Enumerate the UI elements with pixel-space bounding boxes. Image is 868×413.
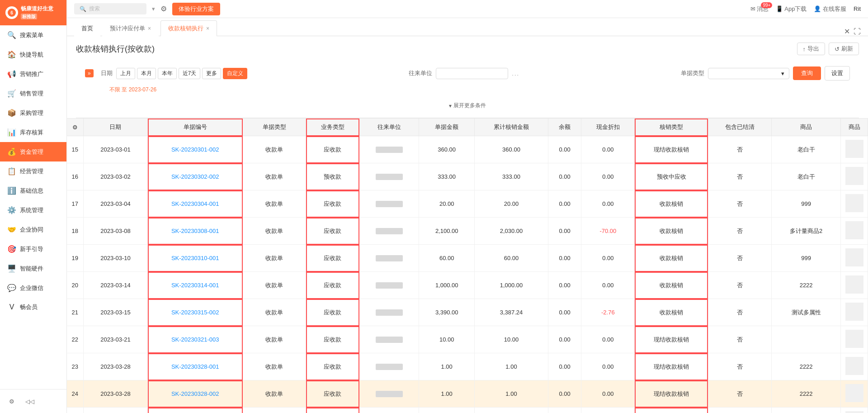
last-month-btn[interactable]: 上月: [116, 68, 135, 79]
row-product1: 999: [772, 190, 841, 218]
row-discount: 0.00: [581, 163, 635, 190]
doc-no-link[interactable]: SK-20230302-002: [171, 173, 219, 180]
filter-row-1: » 日期 上月 本月 本年 近7天 更多 自定义 往来单位 ...: [85, 66, 850, 81]
tab-write-off[interactable]: 收款核销执行 ×: [160, 20, 217, 36]
more-date-btn[interactable]: 更多: [202, 68, 221, 79]
custom-date-btn[interactable]: 自定义: [223, 68, 247, 79]
query-button[interactable]: 查询: [793, 66, 821, 80]
sidebar-item-nav[interactable]: 🏠 快捷导航: [0, 45, 66, 64]
doc-no-link[interactable]: SK-20230308-001: [171, 228, 219, 234]
topbar-search[interactable]: 🔍 搜索: [74, 3, 146, 14]
sidebar-item-search[interactable]: 🔍 搜索菜单: [0, 25, 66, 45]
blurred-unit: [376, 282, 403, 289]
sidebar-item-marketing[interactable]: 📢 营销推广: [0, 64, 66, 84]
row-product2: [841, 353, 868, 380]
tab-actions: ✕ ⛶: [844, 27, 861, 36]
table-row: 18 2023-03-08 SK-20230308-001 收款单 应收款 2,…: [67, 218, 868, 245]
sidebar-item-inventory[interactable]: 📊 库存核算: [0, 123, 66, 142]
sidebar-logo: 6 畅康道好生意 标推版: [0, 0, 66, 25]
row-writeoff-amount: 360.00: [475, 136, 548, 163]
settings-button[interactable]: ⚙: [5, 394, 19, 408]
row-writeoff-type: 现结收款核销: [635, 353, 708, 380]
refresh-button[interactable]: ↺ 刷新: [829, 43, 859, 55]
row-writeoff-amount: 1.00: [475, 380, 548, 408]
solution-button[interactable]: 体验行业方案: [172, 3, 220, 15]
expand-icon: ▾: [449, 103, 452, 109]
close-window-icon[interactable]: ✕: [844, 27, 850, 36]
tab-prepayment[interactable]: 预计冲应付单 ×: [102, 20, 159, 36]
row-product2: [841, 245, 868, 272]
row-doc-no: SK-20230315-002: [148, 299, 243, 326]
row-included: 否: [708, 218, 771, 245]
row-product1: 测试多属性: [772, 299, 841, 326]
doc-no-link[interactable]: SK-20230328-002: [171, 390, 219, 397]
row-discount: 0.00: [581, 136, 635, 163]
row-discount: 0.00: [581, 408, 635, 413]
this-month-btn[interactable]: 本月: [137, 68, 156, 79]
unit-input[interactable]: [436, 68, 508, 79]
collapse-arrow[interactable]: »: [85, 69, 94, 77]
main-table: ⚙ 日期 单据编号 单据类型 业务类型 往来单位 单据金额 累计核销金额 余额 …: [67, 119, 868, 413]
row-writeoff-amount: 20.00: [475, 190, 548, 218]
gear-icon[interactable]: ⚙: [160, 5, 167, 13]
sidebar-item-enterprise[interactable]: 🤝 企业协同: [0, 220, 66, 239]
row-doc-type: 收款单: [243, 380, 306, 408]
col-settings[interactable]: ⚙: [67, 119, 83, 136]
export-button[interactable]: ↑ 导出: [797, 43, 826, 55]
row-doc-type: 收款单: [243, 326, 306, 353]
row-writeoff-amount: 333.00: [475, 163, 548, 190]
row-writeoff-amount: 1.00: [475, 353, 548, 380]
sidebar-item-purchase[interactable]: 📦 采购管理: [0, 103, 66, 123]
doc-no-link[interactable]: SK-20230321-003: [171, 336, 219, 343]
topbar: 🔍 搜索 ▾ ⚙ 体验行业方案 ✉ 消息 99+ 📱 App下载 👤 在线客服 …: [67, 0, 868, 18]
expand-button[interactable]: ▾ 展开更多条件: [85, 102, 850, 109]
row-date: 2023-03-04: [83, 190, 148, 218]
doc-no-link[interactable]: SK-20230310-001: [171, 255, 219, 261]
sidebar-item-basic-info[interactable]: ℹ️ 基础信息: [0, 181, 66, 200]
th-included: 包含已结清: [708, 119, 771, 136]
sidebar-item-label: 采购管理: [20, 109, 43, 117]
sidebar-item-sales[interactable]: 🛒 销售管理: [0, 84, 66, 103]
this-year-btn[interactable]: 本年: [158, 68, 177, 79]
sidebar-item-system[interactable]: ⚙️ 系统管理: [0, 200, 66, 220]
row-product2: [841, 272, 868, 299]
sidebar-item-wechat[interactable]: 💬 企业微信: [0, 278, 66, 298]
row-writeoff-amount: -2,430.00: [475, 408, 548, 413]
sidebar-item-operations[interactable]: 📋 经营管理: [0, 161, 66, 181]
doc-no-link[interactable]: SK-20230328-001: [171, 363, 219, 370]
sidebar-item-finance[interactable]: 💰 资金管理: [0, 142, 66, 161]
doc-no-link[interactable]: SK-20230301-002: [171, 146, 219, 153]
doc-no-link[interactable]: SK-20230304-001: [171, 200, 219, 207]
last-7-days-btn[interactable]: 近7天: [179, 68, 201, 79]
sidebar-item-guide[interactable]: 🎯 新手引导: [0, 239, 66, 259]
unit-label: 往来单位: [409, 69, 432, 77]
sidebar-item-member[interactable]: V 畅会员: [0, 298, 66, 317]
online-service[interactable]: 👤 在线客服: [814, 5, 846, 13]
collapse-button[interactable]: ◁◁: [23, 394, 37, 408]
doc-no-link[interactable]: SK-20230314-001: [171, 282, 219, 289]
filter-setting-button[interactable]: 设置: [825, 66, 850, 81]
th-balance: 余额: [548, 119, 581, 136]
row-unit: [359, 353, 419, 380]
row-unit: [359, 299, 419, 326]
close-tab-icon[interactable]: ×: [148, 25, 151, 32]
message-badge[interactable]: ✉ 消息 99+: [750, 5, 769, 13]
table-row: 17 2023-03-04 SK-20230304-001 收款单 应收款 20…: [67, 190, 868, 218]
sidebar-item-label: 新手引导: [20, 245, 43, 253]
th-writeoff-type: 核销类型: [635, 119, 708, 136]
row-product2: [841, 163, 868, 190]
date-range-display: 不限 至 2023-07-26: [109, 86, 156, 94]
sidebar-item-hardware[interactable]: 🖥️ 智能硬件: [0, 259, 66, 278]
blurred-unit: [376, 337, 403, 343]
search-placeholder: 搜索: [89, 5, 100, 13]
row-doc-type: 收款单: [243, 190, 306, 218]
row-discount: -70.00: [581, 218, 635, 245]
row-date: 2023-03-28: [83, 353, 148, 380]
doc-no-link[interactable]: SK-20230315-002: [171, 309, 219, 316]
doc-type-select[interactable]: ▾: [708, 68, 789, 79]
tab-home[interactable]: 首页: [74, 21, 100, 36]
app-download[interactable]: 📱 App下载: [776, 5, 807, 13]
user-name: Rit: [854, 5, 861, 12]
maximize-icon[interactable]: ⛶: [854, 28, 861, 36]
close-tab-icon[interactable]: ×: [206, 25, 209, 32]
